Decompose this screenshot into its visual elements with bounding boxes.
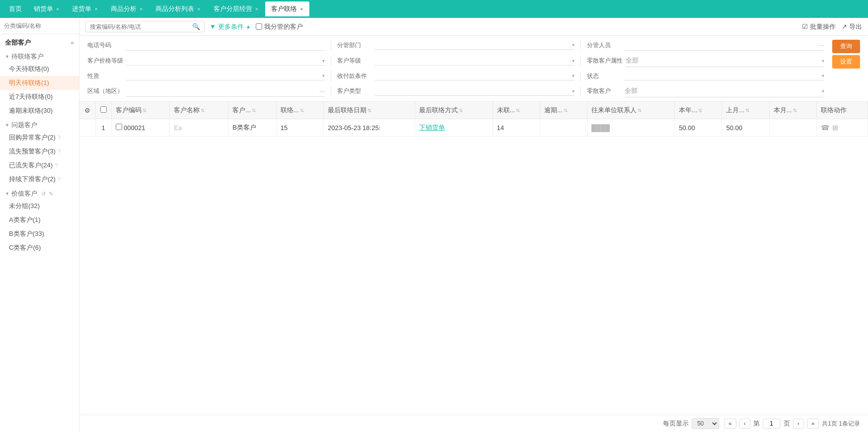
sidebar-item-tomorrow-contact[interactable]: 明天待联络(1) <box>0 76 79 90</box>
row-actions: ☎ ⊞ <box>816 119 868 137</box>
sidebar-item-repurchase-abnormal[interactable]: 回购异常客户(2) ? <box>0 131 79 144</box>
checkbox-icon: ☑ <box>802 23 808 30</box>
close-customer-contact-tab[interactable]: × <box>300 6 303 12</box>
filter-select-status[interactable]: ▾ <box>625 72 824 80</box>
filter-input-phone[interactable] <box>125 40 325 51</box>
page-suffix: 页 <box>784 419 790 428</box>
sidebar-group-pending: 待联络客户 <box>0 49 79 62</box>
sidebar-item-overdue-contact[interactable]: 逾期未联络(30) <box>0 104 79 118</box>
sidebar-item-churn-warning[interactable]: 流失预警客户(3) ? <box>0 144 79 158</box>
first-page-button[interactable]: « <box>724 419 736 429</box>
close-customer-layer-tab[interactable]: × <box>255 6 258 12</box>
help-icon-4[interactable]: ? <box>58 176 61 182</box>
per-page-select[interactable]: 50 100 200 <box>692 418 719 429</box>
row-last-contact-method[interactable]: 下销货单 <box>415 119 493 137</box>
dropdown-type-icon: ▾ <box>572 88 575 94</box>
nav-tab-customer-contact[interactable]: 客户联络 × <box>265 1 309 16</box>
masked-name: Ea <box>174 124 182 132</box>
row-select-checkbox[interactable] <box>116 124 122 130</box>
col-code: 客户编码⇅ <box>111 102 170 119</box>
query-button[interactable]: 查询 <box>832 40 860 53</box>
col-contact: 联络...⇅ <box>276 102 323 119</box>
filter-select-nature[interactable]: ▾ <box>125 72 325 80</box>
col-settings[interactable]: ⚙ <box>79 102 95 119</box>
contact-method-link[interactable]: 下销货单 <box>419 124 445 131</box>
prev-page-button[interactable]: ‹ <box>739 419 750 429</box>
close-sales-tab[interactable]: × <box>56 6 59 12</box>
filter-select-person[interactable]: ··· <box>625 40 824 51</box>
filter-select-price-level[interactable]: ▾ <box>126 57 325 66</box>
my-customer-checkbox[interactable] <box>256 23 262 30</box>
row-name[interactable]: Ea <box>170 119 228 137</box>
nav-tab-purchase[interactable]: 进货单 × <box>66 1 103 16</box>
col-action: 联络动作 <box>816 102 868 119</box>
sidebar-item-7day-contact[interactable]: 近7天待联络(0) <box>0 90 79 104</box>
sort-overdue-icon[interactable]: ⇅ <box>564 108 568 113</box>
my-customer-checkbox-wrap[interactable]: 我分管的客户 <box>256 22 303 31</box>
sort-type-icon[interactable]: ⇅ <box>252 108 256 113</box>
close-analysis-tab[interactable]: × <box>140 6 143 12</box>
last-page-button[interactable]: » <box>807 419 819 429</box>
nav-tab-customer-layer[interactable]: 客户分层经营 × <box>208 1 264 16</box>
more-action-icon[interactable]: ⊞ <box>832 124 838 132</box>
col-last-month: 上月...⇅ <box>722 102 769 119</box>
sort-name-icon[interactable]: ⇅ <box>201 108 205 113</box>
close-purchase-tab[interactable]: × <box>94 6 97 12</box>
sidebar-item-ungrouped[interactable]: 未分组(32) <box>0 199 79 213</box>
contact-action-icon[interactable]: ☎ <box>821 124 829 132</box>
help-icon-3[interactable]: ? <box>55 162 58 168</box>
toolbar-right: ☑ 批量操作 ↗ 导出 <box>802 22 862 31</box>
sort-method-icon[interactable]: ⇅ <box>459 108 463 113</box>
row-number: 1 <box>101 124 105 132</box>
filter-label-phone: 电话号码 <box>87 41 122 50</box>
filter-select-retail[interactable]: 全部 ▾ <box>625 85 824 97</box>
filter-select-dept[interactable]: ▾ <box>375 41 575 50</box>
export-button[interactable]: ↗ 导出 <box>842 22 862 31</box>
sort-unit-icon[interactable]: ⇅ <box>638 108 642 113</box>
filter-button[interactable]: ▼ 更多条件 ▲ <box>210 22 251 31</box>
search-input[interactable] <box>90 23 189 30</box>
next-page-button[interactable]: › <box>793 419 804 429</box>
nav-home[interactable]: 首页 <box>4 1 27 16</box>
help-icon-2[interactable]: ? <box>58 148 61 154</box>
all-customers-label: 全部客户 <box>5 38 31 47</box>
sidebar-item-declining[interactable]: 持续下滑客户(2) ? <box>0 172 79 186</box>
dropdown-status-icon: ▾ <box>822 73 824 78</box>
filter-select-payment[interactable]: ▾ <box>375 72 575 80</box>
nav-tab-analysis[interactable]: 商品分析 × <box>105 1 148 16</box>
col-checkbox-header[interactable] <box>95 102 111 119</box>
select-all-checkbox[interactable] <box>100 106 107 113</box>
sort-tmonth-icon[interactable]: ⇅ <box>793 108 797 113</box>
filter-label-price-level: 客户价格等级 <box>87 57 123 65</box>
filter-select-region[interactable]: ··· <box>126 86 325 97</box>
sidebar-item-churned[interactable]: 已流失客户(24) ? <box>0 158 79 172</box>
filter-select-customer-level[interactable]: ▾ <box>375 57 575 66</box>
search-icon[interactable]: 🔍 <box>192 23 200 30</box>
filter-select-retail-attr[interactable]: 全部 ▾ <box>626 55 824 67</box>
sort-contact-icon[interactable]: ⇅ <box>300 108 304 113</box>
sidebar-collapse-icon[interactable]: « <box>71 39 74 46</box>
col-unit-contact: 往来单位联系人⇅ <box>587 102 675 119</box>
sort-lmonth-icon[interactable]: ⇅ <box>745 108 749 113</box>
sidebar-search-input[interactable] <box>4 22 78 29</box>
sidebar-item-class-b[interactable]: B类客户(33) <box>0 227 79 241</box>
col-name: 客户名称⇅ <box>170 102 228 119</box>
filter-select-customer-type[interactable]: ▾ <box>375 87 575 96</box>
filter-label-customer-type: 客户类型 <box>337 87 372 95</box>
batch-button[interactable]: ☑ 批量操作 <box>802 22 836 31</box>
sort-year-icon[interactable]: ⇅ <box>698 108 702 113</box>
sidebar-item-class-c[interactable]: C类客户(6) <box>0 241 79 255</box>
sort-code-icon[interactable]: ⇅ <box>143 108 146 113</box>
settings-button[interactable]: 设置 <box>832 55 860 69</box>
page-input[interactable] <box>763 419 781 429</box>
sidebar-item-today-contact[interactable]: 今天待联络(0) <box>0 62 79 76</box>
close-analysis-list-tab[interactable]: × <box>197 6 200 12</box>
filter-item-status: 状态 ▾ <box>587 72 824 80</box>
sidebar-item-class-a[interactable]: A类客户(1) <box>0 213 79 227</box>
sidebar-all-customers[interactable]: 全部客户 « <box>0 34 79 49</box>
nav-tab-sales[interactable]: 销货单 × <box>28 1 65 16</box>
sort-no-contact-icon[interactable]: ⇅ <box>516 108 520 113</box>
sort-date-icon[interactable]: ⇅ <box>367 108 371 113</box>
help-icon-1[interactable]: ? <box>58 135 61 141</box>
nav-tab-analysis-list[interactable]: 商品分析列表 × <box>149 1 206 16</box>
